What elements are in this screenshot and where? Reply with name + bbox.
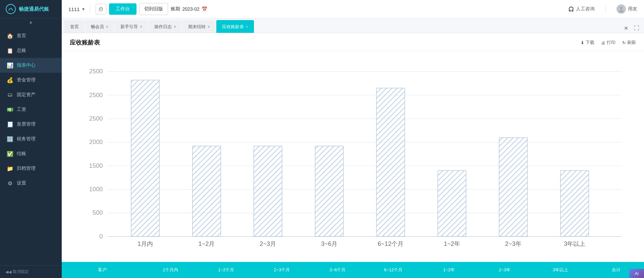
- main-area: 1111 ▾ 工作台 切到旧版 账期 2023-02 📅 🎧 人工咨询: [62, 0, 644, 278]
- sidebar-item-资金管理[interactable]: 💰资金管理: [0, 73, 62, 87]
- sidebar-item-工资[interactable]: 💵工资: [0, 102, 62, 117]
- topbar-divider-2: [605, 5, 606, 13]
- tab-log[interactable]: 操作日志 ×: [149, 20, 182, 33]
- table-header: 客户 1个月内 1~2个月 2~3个月 3~6个月 6~12个月 1~2年 2~…: [62, 262, 644, 278]
- svg-point-0: [6, 4, 15, 14]
- svg-text:2~3月: 2~3月: [260, 240, 276, 247]
- tabs-bar: 首页 畅会员 × 新手引导 × 操作日志 × 期末结转 × 应收账龄表 ×: [62, 18, 644, 33]
- sidebar-item-固定资产[interactable]: 🗂固定资产: [0, 87, 62, 102]
- svg-rect-23: [131, 80, 159, 236]
- user-avatar: [616, 4, 626, 14]
- company-dropdown-icon[interactable]: ▾: [82, 6, 85, 12]
- company-name: 1111: [68, 6, 79, 12]
- svg-text:2500: 2500: [89, 115, 103, 122]
- tab-aging[interactable]: 应收账龄表 ×: [216, 20, 254, 33]
- tab-period[interactable]: 期末结转 ×: [182, 20, 216, 33]
- svg-rect-33: [438, 170, 466, 236]
- maximize-btn[interactable]: ⛶: [632, 23, 641, 33]
- chart-area: 2500 2500 2500 2000 1500 1000 500 0: [62, 51, 644, 262]
- page-title: 应收账龄表: [70, 39, 100, 47]
- refresh-btn[interactable]: ↻ 刷新: [622, 40, 636, 46]
- sidebar-scroll-up[interactable]: ▲: [0, 18, 62, 26]
- tab-close-member[interactable]: ×: [106, 24, 108, 29]
- sidebar-item-结账[interactable]: ✅结账: [0, 146, 62, 161]
- app-container: 畅捷通易代账 ▲ 🏠首页📋总账📊报表中心💰资金管理🗂固定资产💵工资🧾发票管理🔢税…: [0, 0, 644, 278]
- tab-close-log[interactable]: ×: [174, 24, 176, 29]
- svg-text:3年以上: 3年以上: [564, 240, 585, 247]
- user-menu[interactable]: 用友: [616, 4, 637, 14]
- topbar-company: 1111 ▾: [68, 6, 85, 12]
- tab-close-aging[interactable]: ×: [246, 24, 248, 29]
- workspace-btn[interactable]: 工作台: [109, 3, 137, 15]
- svg-text:0: 0: [99, 233, 103, 240]
- tab-guide[interactable]: 新手引导 ×: [115, 20, 148, 33]
- close-all-btn[interactable]: ✕: [621, 23, 631, 33]
- print-btn[interactable]: 🖨 打印: [601, 40, 615, 46]
- sidebar-item-税务管理[interactable]: 🔢税务管理: [0, 132, 62, 146]
- svg-text:2500: 2500: [89, 91, 103, 98]
- svg-point-3: [620, 7, 623, 9]
- copy-icon: [98, 6, 104, 12]
- tab-close-guide[interactable]: ×: [140, 24, 142, 29]
- svg-text:500: 500: [93, 209, 103, 216]
- svg-text:1~2月: 1~2月: [198, 240, 215, 247]
- headset-icon: 🎧: [568, 6, 574, 12]
- col-1-2y: 1~2年: [421, 267, 477, 273]
- svg-text:2500: 2500: [89, 68, 103, 75]
- svg-rect-31: [376, 88, 405, 236]
- sidebar-nav: 🏠首页📋总账📊报表中心💰资金管理🗂固定资产💵工资🧾发票管理🔢税务管理✅结账📁归档…: [0, 26, 62, 265]
- page-content: 应收账龄表 ⬇ 下载 🖨 打印 ↻ 刷新: [62, 33, 644, 278]
- svg-rect-29: [315, 146, 343, 236]
- sidebar-item-归档管理[interactable]: 📁归档管理: [0, 161, 62, 176]
- svg-text:1500: 1500: [89, 162, 103, 169]
- svg-text:1月内: 1月内: [138, 240, 153, 247]
- refresh-icon: ↻: [622, 40, 626, 45]
- tab-member[interactable]: 畅会员 ×: [85, 20, 114, 33]
- col-1-2m: 1~2个月: [198, 267, 254, 273]
- topbar: 1111 ▾ 工作台 切到旧版 账期 2023-02 📅 🎧 人工咨询: [62, 0, 644, 18]
- aging-chart: 2500 2500 2500 2000 1500 1000 500 0: [70, 56, 636, 257]
- tabs-actions: ✕ ⛶: [619, 23, 644, 33]
- print-icon: 🖨: [601, 40, 605, 45]
- col-1m: 1个月内: [143, 267, 198, 273]
- col-3-6m: 3~6个月: [310, 267, 365, 273]
- sidebar-item-总账[interactable]: 📋总账: [0, 43, 62, 58]
- sidebar: 畅捷通易代账 ▲ 🏠首页📋总账📊报表中心💰资金管理🗂固定资产💵工资🧾发票管理🔢税…: [0, 0, 62, 278]
- svg-rect-2: [100, 7, 102, 10]
- topbar-right: 🎧 人工咨询 用友: [568, 4, 637, 14]
- svg-text:3~6月: 3~6月: [321, 240, 337, 247]
- sidebar-item-设置[interactable]: ⚙设置: [0, 176, 62, 191]
- svg-text:1~2年: 1~2年: [444, 240, 460, 247]
- svg-text:1000: 1000: [89, 186, 103, 193]
- ai-badge[interactable]: Ai: [629, 269, 644, 278]
- sidebar-item-报表中心[interactable]: 📊报表中心: [0, 58, 62, 73]
- sidebar-logo-text: 畅捷通易代账: [19, 6, 49, 12]
- col-2-3y: 2~3年: [477, 267, 533, 273]
- copy-btn[interactable]: [96, 4, 106, 14]
- page-actions: ⬇ 下载 🖨 打印 ↻ 刷新: [581, 40, 636, 46]
- svg-point-4: [619, 10, 624, 12]
- logo-icon: [5, 4, 16, 14]
- svg-rect-25: [193, 146, 221, 236]
- col-customer: 客户: [62, 267, 143, 273]
- tab-home[interactable]: 首页: [64, 20, 85, 33]
- switch-btn[interactable]: 切到旧版: [139, 3, 168, 15]
- calendar-icon[interactable]: 📅: [202, 6, 207, 12]
- svg-text:2000: 2000: [89, 138, 103, 145]
- sidebar-item-首页[interactable]: 🏠首页: [0, 28, 62, 43]
- svg-text:6~12个月: 6~12个月: [378, 240, 404, 247]
- topbar-period: 账期 2023-02 📅: [171, 6, 207, 12]
- sidebar-item-发票管理[interactable]: 🧾发票管理: [0, 117, 62, 132]
- download-btn[interactable]: ⬇ 下载: [581, 40, 594, 46]
- consult-btn[interactable]: 🎧 人工咨询: [568, 6, 595, 12]
- sidebar-logo: 畅捷通易代账: [0, 0, 62, 18]
- svg-rect-27: [254, 146, 282, 236]
- col-3y: 3年以上: [533, 267, 588, 273]
- tab-close-period[interactable]: ×: [208, 24, 210, 29]
- svg-rect-37: [560, 170, 589, 236]
- sidebar-cancel-fixed-btn[interactable]: ◀◀ 取消固定: [0, 265, 62, 278]
- page-header: 应收账龄表 ⬇ 下载 🖨 打印 ↻ 刷新: [62, 33, 644, 51]
- col-2-3m: 2~3个月: [254, 267, 310, 273]
- download-icon: ⬇: [581, 40, 584, 45]
- col-6-12m: 6~12个月: [366, 267, 421, 273]
